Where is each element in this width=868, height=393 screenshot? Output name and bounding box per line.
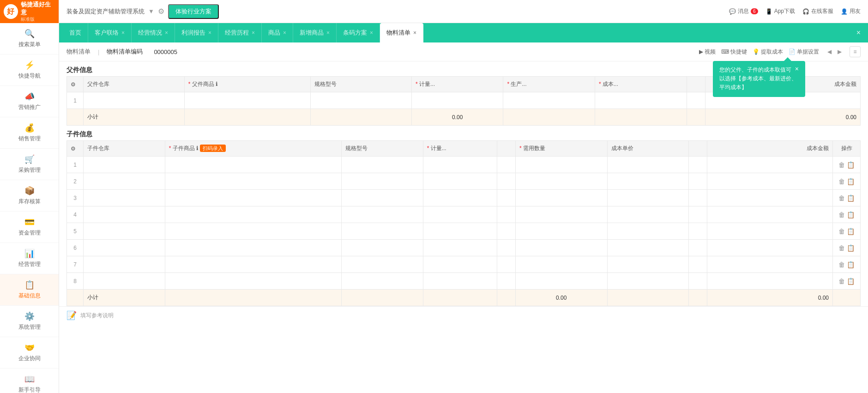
sidebar-item-finance[interactable]: 💳 资金管理 (0, 212, 59, 243)
child-row-6-spec[interactable] (342, 240, 423, 256)
parent-row-1-cost[interactable] (595, 92, 687, 109)
tab-home[interactable]: 首页 (63, 23, 88, 42)
child-row-2-spec[interactable] (342, 173, 423, 190)
breadcrumb-parent[interactable]: 物料清单 (66, 48, 90, 56)
child-row-4-unit[interactable] (423, 206, 497, 223)
child-row-3-qty[interactable] (516, 190, 607, 206)
sidebar-item-quicknav[interactable]: ⚡ 快捷导航 (0, 54, 59, 86)
parent-row-1-goods[interactable] (184, 92, 311, 109)
child-row-3-copy[interactable]: 📋 (847, 194, 855, 202)
child-row-3-goods[interactable] (165, 190, 341, 206)
view-btn[interactable]: ▶ 视频 (699, 48, 716, 56)
sidebar-item-system[interactable]: ⚙️ 系统管理 (0, 306, 59, 337)
sidebar-item-guide[interactable]: 📖 新手引导 (0, 369, 59, 393)
tab-customer-close[interactable]: × (121, 30, 125, 36)
tab-bom-close[interactable]: × (413, 30, 416, 36)
child-row-7-spec[interactable] (342, 256, 423, 273)
child-col-settings[interactable]: ⚙ (67, 141, 84, 157)
child-row-4-copy[interactable]: 📋 (847, 211, 855, 218)
child-row-1-unit[interactable] (423, 157, 497, 173)
child-row-3-warehouse[interactable] (84, 190, 165, 206)
child-row-1-goods[interactable] (165, 157, 341, 173)
tab-operations[interactable]: 经营情况 × (132, 23, 175, 42)
experience-button[interactable]: 体验行业方案 (168, 4, 219, 19)
child-row-1-unit-cost[interactable] (607, 157, 689, 173)
child-row-2-goods[interactable] (165, 173, 341, 190)
nav-prev[interactable]: ◀ (825, 47, 834, 56)
child-row-7-goods[interactable] (165, 256, 341, 273)
tooltip-close[interactable]: × (795, 66, 799, 72)
sidebar-item-marketing[interactable]: 📣 营销推广 (0, 86, 59, 117)
tab-barcode[interactable]: 条码方案 × (337, 23, 380, 42)
message-button[interactable]: 💬 消息 6 (729, 7, 758, 15)
shortcut-btn[interactable]: ⌨ 快捷键 (721, 48, 747, 56)
child-row-8-qty[interactable] (516, 273, 607, 290)
child-row-8-spec[interactable] (342, 273, 423, 290)
child-row-1-qty[interactable] (516, 157, 607, 173)
dropdown-icon[interactable]: ▼ (148, 8, 154, 15)
tab-history[interactable]: 经营历程 × (218, 23, 262, 42)
child-row-5-unit-cost[interactable] (607, 223, 689, 240)
child-row-8-goods[interactable] (165, 273, 341, 290)
child-row-5-warehouse[interactable] (84, 223, 165, 240)
parent-row-1-warehouse[interactable] (84, 92, 185, 109)
child-row-4-warehouse[interactable] (84, 206, 165, 223)
child-row-2-unit-cost[interactable] (607, 173, 689, 190)
sidebar-item-collab[interactable]: 🤝 企业协同 (0, 337, 59, 369)
tab-profit[interactable]: 利润报告 × (175, 23, 218, 42)
tab-goods-close[interactable]: × (283, 30, 286, 36)
tab-profit-close[interactable]: × (208, 30, 211, 36)
sidebar-item-stock[interactable]: 📦 库存核算 (0, 180, 59, 212)
sidebar-item-basic[interactable]: 📋 基础信息 (0, 274, 59, 306)
tab-operations-close[interactable]: × (165, 30, 168, 36)
tab-goods[interactable]: 商品 × (262, 23, 293, 42)
child-row-2-delete[interactable]: 🗑 (838, 178, 845, 185)
tab-new-goods[interactable]: 新增商品 × (293, 23, 337, 42)
child-row-7-unit-cost[interactable] (607, 256, 689, 273)
parent-row-1-spec[interactable] (311, 92, 412, 109)
child-row-8-copy[interactable]: 📋 (847, 278, 855, 285)
tab-barcode-close[interactable]: × (370, 30, 373, 36)
child-row-6-unit-cost[interactable] (607, 240, 689, 256)
online-service-button[interactable]: 🎧 在线客服 (802, 7, 833, 15)
sidebar-item-sales[interactable]: 💰 销售管理 (0, 117, 59, 149)
child-row-3-delete[interactable]: 🗑 (838, 194, 845, 202)
extract-cost-btn[interactable]: 💡 提取成本 (753, 48, 783, 56)
settings-icon[interactable]: ⚙ (158, 7, 164, 16)
child-row-8-delete[interactable]: 🗑 (838, 278, 845, 285)
child-row-4-goods[interactable] (165, 206, 341, 223)
sidebar-item-purchase[interactable]: 🛒 采购管理 (0, 149, 59, 180)
child-row-2-qty[interactable] (516, 173, 607, 190)
app-download-button[interactable]: 📱 App下载 (766, 7, 795, 15)
child-row-6-copy[interactable]: 📋 (847, 244, 855, 252)
tab-new-goods-close[interactable]: × (326, 30, 330, 36)
child-row-3-unit-cost[interactable] (607, 190, 689, 206)
child-row-2-unit[interactable] (423, 173, 497, 190)
child-row-2-warehouse[interactable] (84, 173, 165, 190)
tab-customer[interactable]: 客户联络 × (88, 23, 132, 42)
child-row-7-delete[interactable]: 🗑 (838, 261, 845, 268)
child-row-5-delete[interactable]: 🗑 (838, 228, 845, 235)
child-row-6-goods[interactable] (165, 240, 341, 256)
child-row-3-spec[interactable] (342, 190, 423, 206)
child-row-8-unit-cost[interactable] (607, 273, 689, 290)
user-button[interactable]: 👤 用友 (841, 7, 861, 15)
child-row-6-delete[interactable]: 🗑 (838, 244, 845, 252)
child-row-1-spec[interactable] (342, 157, 423, 173)
child-row-7-warehouse[interactable] (84, 256, 165, 273)
child-row-7-unit[interactable] (423, 256, 497, 273)
sidebar-item-operation[interactable]: 📊 经营管理 (0, 243, 59, 274)
child-row-6-unit[interactable] (423, 240, 497, 256)
tab-bom[interactable]: 物料清单 × (380, 23, 423, 42)
child-row-1-delete[interactable]: 🗑 (838, 161, 845, 169)
child-row-7-copy[interactable]: 📋 (847, 261, 855, 268)
scan-badge[interactable]: 扫码录入 (200, 145, 226, 152)
child-row-3-unit[interactable] (423, 190, 497, 206)
child-row-7-qty[interactable] (516, 256, 607, 273)
child-row-4-delete[interactable]: 🗑 (838, 211, 845, 218)
child-row-2-copy[interactable]: 📋 (847, 178, 855, 185)
child-row-1-copy[interactable]: 📋 (847, 161, 855, 169)
child-row-4-qty[interactable] (516, 206, 607, 223)
close-all-tabs[interactable]: × (853, 29, 864, 37)
child-row-4-unit-cost[interactable] (607, 206, 689, 223)
